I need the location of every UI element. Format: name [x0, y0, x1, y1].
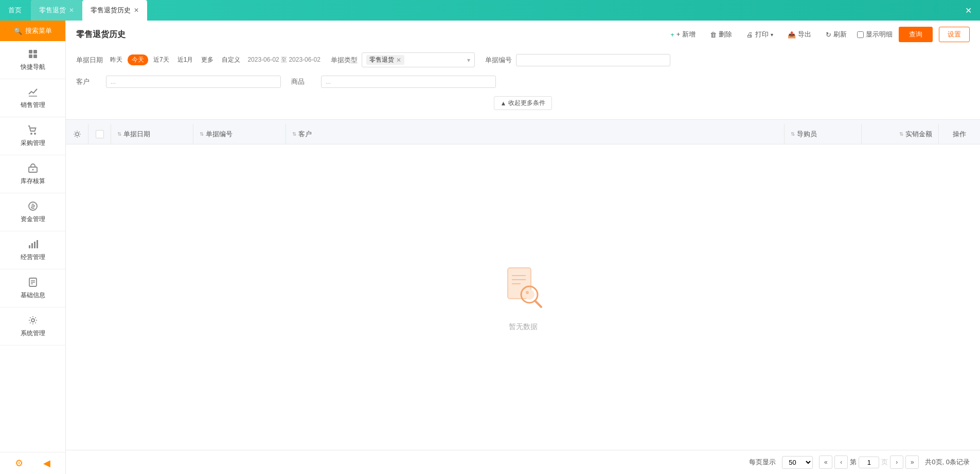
system-icon: [27, 315, 39, 326]
table-container: ⇅ 单据日期 ⇅ 单据编号 ⇅ 客户 ⇅ 导购员 ⇅ 实销金额: [66, 124, 980, 450]
th-guide[interactable]: ⇅ 导购员: [785, 124, 862, 144]
svg-rect-1: [33, 50, 37, 53]
refresh-icon: ↻: [826, 31, 831, 39]
filter-row-1: 单据日期 昨天 今天 近7天 近1月 更多 自定义 2023-06-02 至 2…: [76, 48, 970, 71]
date-btn-more[interactable]: 更多: [198, 54, 217, 65]
sidebar-search[interactable]: 🔍 搜索菜单: [0, 21, 65, 41]
tab-retail-return-history[interactable]: 零售退货历史 ✕: [82, 0, 147, 21]
print-label: 打印: [755, 30, 769, 39]
new-icon: +: [670, 31, 674, 39]
sidebar-item-finance[interactable]: 资金管理: [0, 193, 65, 231]
filter-row-3: ▲ 收起更多条件: [76, 92, 970, 114]
tab-home[interactable]: 首页: [0, 0, 30, 21]
sidebar-bottom: ⚙ ◀: [0, 452, 65, 474]
svg-point-7: [32, 169, 33, 171]
sidebar-item-sales-mgmt[interactable]: 销售管理: [0, 79, 65, 117]
first-page-button[interactable]: «: [819, 455, 832, 469]
date-btn-7days[interactable]: 近7天: [150, 54, 172, 65]
page-label-suffix: 页: [881, 458, 888, 467]
content-area: 零售退货历史 + + 新增 🗑 删除 🖨 打印 ▾: [66, 21, 980, 474]
date-btn-yesterday[interactable]: 昨天: [107, 54, 126, 65]
next-page-button[interactable]: ›: [890, 455, 903, 469]
type-chevron-icon: ▾: [467, 57, 470, 64]
th-customer-label: 客户: [298, 130, 312, 139]
refresh-button[interactable]: ↻ 刷新: [822, 28, 851, 41]
export-button[interactable]: 📤 导出: [783, 28, 815, 41]
page-input[interactable]: [859, 457, 879, 468]
sidebar-item-operations[interactable]: 经营管理: [0, 231, 65, 269]
finance-icon: [27, 200, 39, 212]
new-label: + 新增: [676, 30, 696, 39]
sidebar-item-basic-info[interactable]: 基础信息: [0, 269, 65, 307]
close-history-icon[interactable]: ✕: [134, 7, 139, 14]
page-header: 零售退货历史 + + 新增 🗑 删除 🖨 打印 ▾: [66, 21, 980, 120]
customer-filter-select[interactable]: ...: [106, 76, 281, 88]
date-filter-label: 单据日期: [76, 56, 103, 65]
date-btn-today[interactable]: 今天: [128, 54, 148, 65]
th-amount[interactable]: ⇅ 实销金额: [862, 124, 939, 144]
sidebar-item-inventory[interactable]: 库存核算: [0, 155, 65, 193]
svg-rect-3: [33, 54, 37, 58]
collapse-sidebar-icon[interactable]: ◀: [43, 458, 50, 469]
date-buttons: 昨天 今天 近7天 近1月 更多 自定义: [107, 54, 243, 65]
svg-point-4: [30, 133, 32, 135]
sidebar-item-purchase-mgmt-label: 采购管理: [21, 139, 45, 148]
new-button[interactable]: + + 新增: [666, 28, 700, 41]
display-switch[interactable]: 显示明细: [857, 30, 893, 39]
type-filter-group: 单据类型 零售退货 ✕ ▾: [331, 52, 475, 67]
date-btn-custom[interactable]: 自定义: [219, 54, 243, 65]
close-retail-return-icon[interactable]: ✕: [69, 7, 74, 14]
sidebar-item-inventory-label: 库存核算: [21, 177, 45, 186]
export-label: 导出: [798, 30, 811, 39]
date-btn-1month[interactable]: 近1月: [174, 54, 197, 65]
top-bar-close[interactable]: ✕: [965, 6, 980, 15]
collapse-button[interactable]: ▲ 收起更多条件: [494, 96, 553, 110]
th-guide-sort-icon: ⇅: [791, 131, 795, 137]
th-date-sort-icon: ⇅: [117, 131, 121, 137]
voucher-filter-input[interactable]: [516, 54, 670, 66]
type-tag-close-icon[interactable]: ✕: [396, 57, 401, 64]
th-num[interactable]: ⇅ 单据编号: [193, 124, 286, 144]
header-checkbox[interactable]: [96, 130, 104, 138]
display-checkbox[interactable]: [857, 31, 864, 38]
settings-bottom-icon[interactable]: ⚙: [15, 458, 23, 469]
print-chevron-icon: ▾: [771, 32, 773, 38]
svg-line-24: [535, 301, 541, 307]
th-customer-sort-icon: ⇅: [292, 131, 296, 137]
sidebar-item-system[interactable]: 系统管理: [0, 307, 65, 345]
prev-page-button[interactable]: ‹: [834, 455, 848, 469]
quick-nav-icon: [27, 48, 39, 60]
th-settings[interactable]: [66, 124, 88, 144]
display-label: 显示明细: [866, 30, 893, 39]
customer-ellipsis: ...: [111, 78, 116, 85]
delete-button[interactable]: 🗑 删除: [706, 28, 736, 41]
filter-row-2: 客户 ... 商品 ...: [76, 71, 970, 92]
th-date[interactable]: ⇅ 单据日期: [111, 124, 193, 144]
sidebar-item-quick-nav[interactable]: 快捷导航: [0, 41, 65, 79]
th-amount-label: 实销金额: [905, 130, 932, 139]
th-customer[interactable]: ⇅ 客户: [286, 124, 785, 144]
sidebar-item-operations-label: 经营管理: [21, 253, 45, 262]
tab-retail-return[interactable]: 零售退货 ✕: [31, 0, 82, 21]
type-filter-label: 单据类型: [331, 56, 358, 65]
svg-rect-10: [31, 243, 33, 248]
toolbar: + + 新增 🗑 删除 🖨 打印 ▾ 📤 导出: [666, 27, 970, 42]
page-header-top: 零售退货历史 + + 新增 🗑 删除 🖨 打印 ▾: [76, 27, 970, 42]
print-button[interactable]: 🖨 打印 ▾: [742, 28, 777, 41]
sidebar-item-quick-nav-label: 快捷导航: [21, 63, 45, 71]
table-header: ⇅ 单据日期 ⇅ 单据编号 ⇅ 客户 ⇅ 导购员 ⇅ 实销金额: [66, 124, 980, 144]
last-page-button[interactable]: »: [905, 455, 919, 469]
goods-filter-select[interactable]: ...: [321, 76, 496, 88]
svg-point-8: [29, 202, 37, 210]
query-button[interactable]: 查询: [899, 27, 933, 42]
empty-text: 暂无数据: [509, 322, 538, 332]
th-check[interactable]: [88, 124, 111, 144]
type-filter-select[interactable]: 零售退货 ✕ ▾: [362, 52, 475, 67]
purchase-mgmt-icon: [27, 124, 39, 136]
page-size-select[interactable]: 50 10 20 100: [782, 456, 813, 469]
sales-mgmt-icon: [27, 86, 39, 98]
delete-icon: 🗑: [710, 31, 717, 39]
sidebar-item-purchase-mgmt[interactable]: 采购管理: [0, 117, 65, 155]
sidebar-item-system-label: 系统管理: [21, 329, 45, 338]
settings-button[interactable]: 设置: [939, 27, 970, 42]
